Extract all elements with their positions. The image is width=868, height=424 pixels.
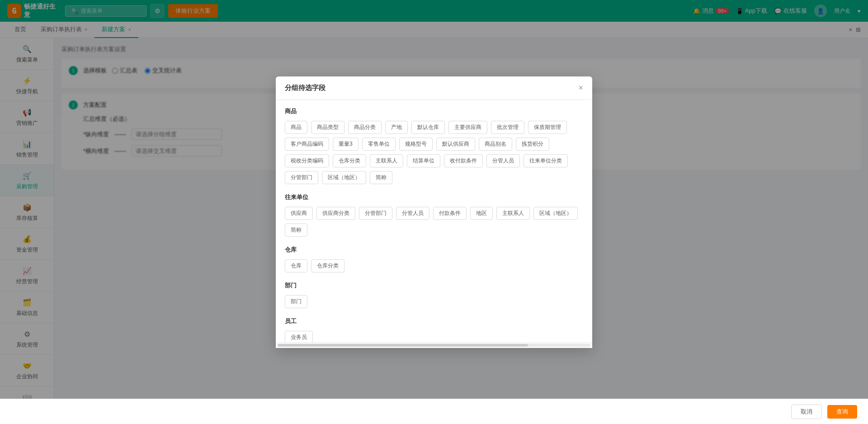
field-grid-warehouse: 仓库仓库分类 [285,259,583,272]
section-goods: 商品商品商品类型商品分类产地默认仓库主要供应商批次管理保质期管理客户商品编码重量… [285,107,583,184]
field-select-modal: 分组待选字段 × 商品商品商品类型商品分类产地默认仓库主要供应商批次管理保质期管… [276,76,592,348]
section-title-goods: 商品 [285,107,583,115]
section-warehouse: 仓库仓库仓库分类 [285,246,583,272]
field-tag-partner-3[interactable]: 分管人员 [396,207,429,220]
field-tag-goods-11[interactable]: 规格型号 [399,138,433,151]
field-tag-goods-21[interactable]: 往来单位分类 [524,154,568,167]
field-tag-partner-7[interactable]: 区域（地区） [533,207,578,220]
section-department: 部门部门 [285,281,583,308]
field-tag-partner-6[interactable]: 主联系人 [496,207,530,220]
field-grid-department: 部门 [285,295,583,308]
field-grid-employee: 业务员 [285,331,583,343]
field-tag-goods-19[interactable]: 收付款条件 [444,154,483,167]
section-title-warehouse: 仓库 [285,246,583,254]
modal-horizontal-scrollbar[interactable] [276,343,592,348]
field-tag-partner-2[interactable]: 分管部门 [359,207,392,220]
field-tag-goods-10[interactable]: 零售单位 [362,138,396,151]
cancel-button[interactable]: 取消 [791,405,822,419]
modal-header: 分组待选字段 × [276,76,592,100]
modal-title: 分组待选字段 [285,84,326,92]
field-tag-partner-8[interactable]: 简称 [285,224,307,237]
field-grid-goods: 商品商品类型商品分类产地默认仓库主要供应商批次管理保质期管理客户商品编码重量3零… [285,121,583,184]
field-tag-goods-1[interactable]: 商品类型 [311,121,344,134]
field-tag-goods-0[interactable]: 商品 [285,121,307,134]
bottom-action-bar: 取消 查询 [0,399,868,424]
field-tag-goods-7[interactable]: 保质期管理 [528,121,567,134]
section-title-employee: 员工 [285,317,583,325]
field-tag-warehouse-1[interactable]: 仓库分类 [311,259,344,272]
section-partner: 往来单位供应商供应商分类分管部门分管人员付款条件地区主联系人区域（地区）简称 [285,193,583,237]
modal-body: 商品商品商品类型商品分类产地默认仓库主要供应商批次管理保质期管理客户商品编码重量… [276,100,592,343]
field-tag-goods-22[interactable]: 分管部门 [285,171,318,184]
section-title-department: 部门 [285,281,583,290]
field-tag-goods-2[interactable]: 商品分类 [348,121,382,134]
field-tag-goods-17[interactable]: 主联系人 [370,154,403,167]
modal-close-button[interactable]: × [578,84,583,92]
field-tag-goods-12[interactable]: 默认供应商 [436,138,475,151]
field-tag-goods-16[interactable]: 仓库分类 [333,154,366,167]
h-scrollbar-thumb [278,344,528,347]
field-tag-goods-24[interactable]: 简称 [370,171,392,184]
field-tag-partner-4[interactable]: 付款条件 [433,207,467,220]
h-scrollbar-track[interactable] [278,344,590,347]
field-tag-goods-14[interactable]: 拣货积分 [516,138,549,151]
field-tag-employee-0[interactable]: 业务员 [285,331,313,343]
section-title-partner: 往来单位 [285,193,583,201]
field-tag-goods-13[interactable]: 商品别名 [479,138,512,151]
field-tag-goods-23[interactable]: 区域（地区） [322,171,366,184]
field-tag-goods-15[interactable]: 税收分类编码 [285,154,329,167]
field-tag-goods-18[interactable]: 结算单位 [407,154,440,167]
section-employee: 员工业务员 [285,317,583,343]
field-tag-partner-5[interactable]: 地区 [470,207,493,220]
field-tag-goods-5[interactable]: 主要供应商 [448,121,487,134]
field-tag-goods-3[interactable]: 产地 [385,121,408,134]
field-tag-goods-4[interactable]: 默认仓库 [411,121,445,134]
field-tag-partner-1[interactable]: 供应商分类 [316,207,355,220]
field-tag-goods-8[interactable]: 客户商品编码 [285,138,329,151]
modal-overlay: 分组待选字段 × 商品商品商品类型商品分类产地默认仓库主要供应商批次管理保质期管… [0,0,868,424]
field-tag-goods-20[interactable]: 分管人员 [486,154,520,167]
field-grid-partner: 供应商供应商分类分管部门分管人员付款条件地区主联系人区域（地区）简称 [285,207,583,237]
field-tag-department-0[interactable]: 部门 [285,295,307,308]
field-tag-partner-0[interactable]: 供应商 [285,207,313,220]
field-tag-goods-6[interactable]: 批次管理 [491,121,524,134]
field-tag-goods-9[interactable]: 重量3 [333,138,359,151]
confirm-button[interactable]: 查询 [827,405,857,419]
field-tag-warehouse-0[interactable]: 仓库 [285,259,307,272]
